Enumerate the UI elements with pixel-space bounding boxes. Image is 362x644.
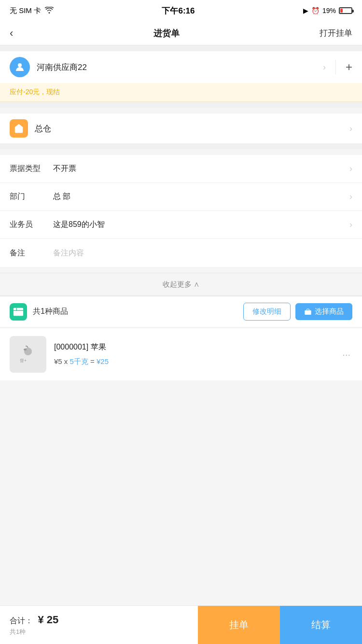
supplier-row[interactable]: 河南供应商22 › + [0, 51, 362, 83]
department-value: 总 部 [53, 192, 349, 202]
wifi-icon [45, 7, 54, 15]
select-product-label: 选择商品 [315, 307, 344, 316]
department-row[interactable]: 部门 总 部 › [0, 183, 362, 211]
supplier-chevron-icon: › [323, 62, 326, 72]
hang-button[interactable]: 挂单 [198, 606, 280, 644]
salesperson-row[interactable]: 业务员 这是859的小智 › [0, 211, 362, 239]
collapse-label: 收起更多 ∧ [163, 280, 199, 289]
supplier-name: 河南供应商22 [37, 62, 323, 73]
svg-point-0 [18, 63, 22, 67]
product-code: [0000001] [54, 343, 88, 351]
settle-button[interactable]: 结算 [280, 606, 362, 644]
collapse-button[interactable]: 收起更多 ∧ [0, 273, 362, 296]
add-supplier-button[interactable]: + [346, 60, 352, 74]
select-product-button[interactable]: 选择商品 [295, 303, 352, 320]
page-title: 进货单 [153, 28, 180, 39]
products-icon [10, 303, 27, 321]
warehouse-row[interactable]: 总仓 › [0, 113, 362, 143]
department-chevron-icon: › [349, 192, 352, 202]
invoice-type-chevron-icon: › [349, 164, 352, 174]
battery-icon [339, 7, 352, 14]
open-hang-button[interactable]: 打开挂单 [320, 28, 352, 39]
equals-sign: = [90, 357, 97, 365]
supplier-divider [335, 60, 336, 74]
warehouse-chevron-icon: › [349, 124, 352, 134]
salesperson-label: 业务员 [10, 220, 48, 230]
edit-details-button[interactable]: 修改明细 [243, 303, 291, 321]
status-time: 下午6:16 [162, 5, 195, 16]
supplier-avatar [10, 57, 30, 77]
products-count-label: 共1种商品 [33, 307, 243, 317]
warehouse-icon [10, 119, 28, 138]
price-separator: x [64, 357, 70, 365]
footer-total: 合计： ¥ 25 共1种 [0, 614, 198, 636]
remark-value: 备注内容 [53, 248, 352, 258]
product-title: 苹果 [91, 343, 106, 351]
invoice-type-value: 不开票 [53, 164, 349, 174]
remark-row[interactable]: 备注 备注内容 [0, 239, 362, 267]
department-label: 部门 [10, 192, 48, 202]
product-item: 督+ [0000001] 苹果 ¥5 x 5千克 = ¥25 ··· [0, 328, 362, 380]
total-count: 共1种 [10, 628, 188, 636]
salesperson-chevron-icon: › [349, 220, 352, 230]
form-section: 票据类型 不开票 › 部门 总 部 › 业务员 这是859的小智 › 备注 备注… [0, 155, 362, 267]
salesperson-value: 这是859的小智 [53, 220, 349, 230]
divider-1 [0, 102, 362, 108]
status-bar: 无 SIM 卡 下午6:16 ▶ ⏰ 19% [0, 0, 362, 21]
top-divider [0, 45, 362, 51]
total-amount: ¥ 25 [38, 614, 58, 626]
nav-bar: ‹ 进货单 打开挂单 [0, 21, 362, 45]
product-thumbnail: 督+ [10, 336, 46, 373]
footer-spacer [0, 380, 362, 419]
battery-percent: 19% [322, 7, 336, 14]
remark-label: 备注 [10, 248, 48, 258]
svg-text:督+: 督+ [20, 358, 27, 363]
product-info: [0000001] 苹果 ¥5 x 5千克 = ¥25 [54, 342, 340, 366]
divider-2 [0, 143, 362, 149]
location-icon: ▶ [303, 7, 308, 14]
quantity-value: 5千克 [70, 357, 88, 365]
product-more-button[interactable]: ··· [340, 347, 352, 362]
info-text: 应付-20元，现结 [10, 88, 60, 96]
invoice-type-row[interactable]: 票据类型 不开票 › [0, 155, 362, 183]
alarm-icon: ⏰ [311, 7, 320, 14]
svg-point-6 [24, 349, 27, 350]
status-right: ▶ ⏰ 19% [303, 7, 352, 14]
total-label: 合计： [10, 616, 33, 625]
price-value: ¥5 [54, 357, 62, 365]
warehouse-name: 总仓 [35, 123, 349, 134]
product-price: ¥5 x 5千克 = ¥25 [54, 357, 340, 366]
product-name: [0000001] 苹果 [54, 342, 340, 352]
status-left: 无 SIM 卡 [10, 6, 54, 15]
carrier-label: 无 SIM 卡 [10, 6, 41, 15]
products-header: 共1种商品 修改明细 选择商品 [0, 296, 362, 327]
svg-rect-1 [14, 308, 23, 316]
invoice-type-label: 票据类型 [10, 164, 48, 174]
footer: 合计： ¥ 25 共1种 挂单 结算 [0, 605, 362, 644]
info-banner: 应付-20元，现结 [0, 83, 362, 102]
total-value: ¥25 [97, 357, 109, 365]
back-button[interactable]: ‹ [10, 27, 13, 40]
